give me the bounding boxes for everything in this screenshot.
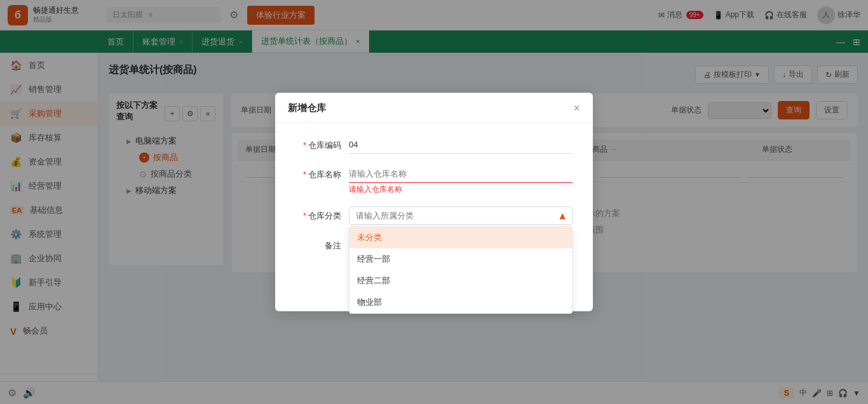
modal-title: 新增仓库 xyxy=(288,102,326,114)
category-dropdown: 未分类 经营一部 经营二部 物业部 xyxy=(349,226,573,314)
form-row-code: 仓库编码 xyxy=(295,136,573,154)
name-label: 仓库名称 xyxy=(295,165,341,180)
category-option-property[interactable]: 物业部 xyxy=(349,292,572,313)
form-row-name: 仓库名称 请输入仓库名称 xyxy=(295,165,573,195)
name-error-msg: 请输入仓库名称 xyxy=(349,184,573,195)
name-input[interactable] xyxy=(349,165,573,183)
category-option-dept1[interactable]: 经营一部 xyxy=(349,248,572,270)
category-label: 仓库分类 xyxy=(295,206,341,222)
form-row-category: 仓库分类 ▲ 未分类 经营一部 经营二部 物业部 xyxy=(295,206,573,225)
code-input[interactable] xyxy=(349,136,573,154)
category-toggle-icon[interactable]: ▲ xyxy=(557,210,567,222)
modal-close-icon[interactable]: × xyxy=(573,102,580,115)
modal-header: 新增仓库 × xyxy=(275,93,593,123)
code-control xyxy=(349,136,573,154)
modal-body: 仓库编码 仓库名称 请输入仓库名称 仓库分类 ▲ 未分类 xyxy=(275,123,593,278)
category-option-unclassified[interactable]: 未分类 xyxy=(349,227,572,248)
category-control: ▲ 未分类 经营一部 经营二部 物业部 xyxy=(349,206,573,225)
add-warehouse-modal: 新增仓库 × 仓库编码 仓库名称 请输入仓库名称 仓库分类 ▲ xyxy=(275,93,593,311)
category-input[interactable] xyxy=(349,206,573,225)
remark-label: 备注 xyxy=(295,236,341,252)
category-option-dept2[interactable]: 经营二部 xyxy=(349,270,572,292)
name-control: 请输入仓库名称 xyxy=(349,165,573,195)
code-label: 仓库编码 xyxy=(295,136,341,151)
